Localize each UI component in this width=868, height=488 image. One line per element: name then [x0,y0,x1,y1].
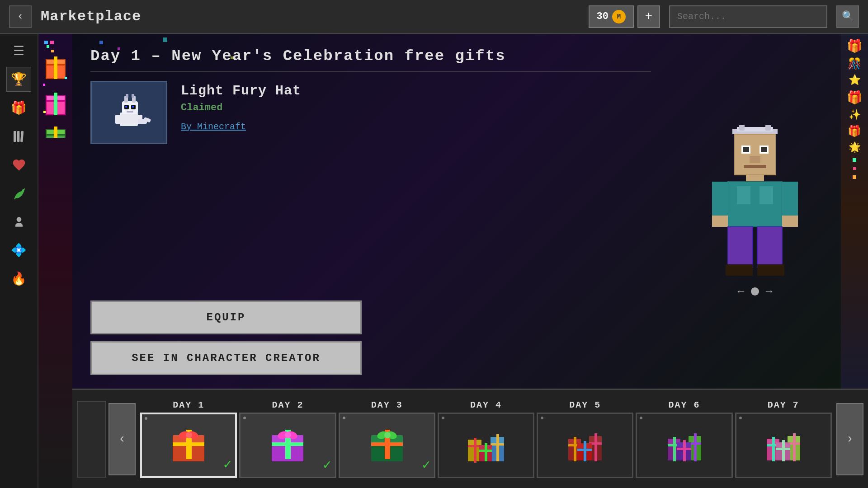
content-area: Day 1 – New Year's Celebration free gift… [72,34,868,488]
item-info: Light Fury Hat Claimed By Minecraft [181,81,301,132]
day-title: Day 1 – New Year's Celebration free gift… [90,47,651,72]
svg-point-69 [384,432,391,438]
right-gift-3: 🎁 [848,125,861,138]
day-3-check: ✓ [422,456,430,473]
right-sparkle: ✨ [849,109,861,121]
svg-rect-2 [20,131,23,141]
coin-icon: M [612,10,626,23]
add-currency-button[interactable]: + [637,5,660,28]
day-5-thumbnail[interactable] [537,413,633,478]
svg-rect-52 [173,442,204,446]
svg-rect-66 [371,442,403,446]
svg-rect-37 [737,186,750,204]
day-2-thumbnail[interactable]: ✓ [239,413,336,478]
day-1-check: ✓ [223,456,231,473]
right-decorative-strip: 🎁 🎊 ⭐ 🎁 ✨ 🎁 🌟 [841,34,868,389]
item-name: Light Fury Hat [181,83,301,99]
item-sprite [99,88,158,137]
day-4-label: DAY 4 [470,400,502,410]
right-confetti: 🎊 [848,57,861,70]
svg-rect-72 [474,438,476,463]
item-author[interactable]: By Minecraft [181,122,301,132]
character-preview: ← → [669,34,841,389]
char-next-arrow[interactable]: → [766,286,772,298]
day-prev-button[interactable]: ‹ [108,403,136,475]
svg-rect-38 [760,186,773,204]
svg-rect-21 [739,125,745,131]
char-prev-arrow[interactable]: ← [738,286,744,298]
svg-rect-104 [683,440,686,461]
sidebar-menu-icon[interactable]: ☰ [6,38,31,63]
sidebar-featured-icon[interactable]: 🏆 [6,67,31,92]
equip-button[interactable]: EQUIP [90,300,362,334]
item-row: Light Fury Hat Claimed By Minecraft [90,81,651,144]
day-7-thumbnail[interactable] [735,413,832,478]
right-star-2: 🌟 [849,141,861,154]
svg-rect-105 [677,448,691,450]
search-input[interactable] [669,5,827,28]
svg-rect-11 [132,106,134,108]
sidebar-library-icon[interactable] [6,124,31,149]
sidebar-blue-icon[interactable]: 💠 [6,238,31,263]
day-2-label: DAY 2 [272,400,303,410]
svg-rect-88 [594,433,597,461]
svg-rect-22 [765,125,771,131]
sidebar-creator-icon[interactable] [6,209,31,234]
svg-rect-28 [761,147,767,152]
svg-rect-0 [14,131,16,142]
day-3-thumbnail[interactable]: ✓ [339,413,435,478]
back-button[interactable]: ‹ [9,5,32,28]
right-gift-1: 🎁 [847,38,863,54]
day-2-check: ✓ [323,456,331,473]
day-card-5: DAY 5 [537,400,633,478]
svg-rect-48 [757,264,784,276]
search-button[interactable]: 🔍 [836,5,859,28]
item-detail: Day 1 – New Year's Celebration free gift… [72,34,669,389]
page-title: Marketplace [41,8,580,25]
deco-dot-1 [853,158,856,162]
svg-rect-84 [574,437,576,461]
sidebar-nature-icon[interactable] [6,181,31,206]
day-1-thumbnail[interactable]: ✓ [140,413,237,478]
day-7-dot [739,417,742,419]
svg-rect-30 [744,165,766,169]
svg-rect-34 [746,175,764,182]
day-4-dot [442,417,444,419]
day-6-thumbnail[interactable] [636,413,732,478]
day-card-7: DAY 7 [735,400,832,478]
svg-rect-14 [126,94,128,98]
svg-rect-117 [776,448,790,450]
currency-area: 30 M + [589,5,660,28]
character-creator-button[interactable]: SEE IN CHARACTER CREATOR [90,341,362,375]
svg-rect-96 [673,437,676,461]
svg-rect-93 [577,449,592,451]
day-card-4: DAY 4 [438,400,534,478]
sidebar-fire-icon[interactable]: 🔥 [6,266,31,291]
svg-rect-76 [496,434,499,461]
char-nav-dot [751,287,759,296]
svg-rect-43 [728,227,753,267]
day-1-dot [145,417,147,420]
svg-rect-4 [120,113,138,126]
svg-rect-47 [726,264,753,276]
svg-rect-81 [479,450,492,452]
sidebar-favorites-icon[interactable] [6,152,31,177]
day-next-button[interactable]: › [836,403,863,475]
day-4-thumbnail[interactable] [438,413,534,478]
day-7-label: DAY 7 [768,400,799,410]
sidebar-gifts-icon[interactable]: 🎁 [6,95,31,120]
character-sprite [701,125,809,279]
svg-rect-10 [125,106,127,108]
day-6-dot [640,417,642,419]
character-figure [701,125,809,279]
svg-rect-108 [772,437,775,461]
svg-rect-92 [584,441,586,461]
svg-rect-5 [115,115,122,124]
svg-rect-59 [272,442,303,446]
day-3-dot [343,417,345,419]
svg-rect-42 [782,216,798,227]
deco-dot-2 [853,167,856,170]
feature-strip [38,34,72,488]
currency-amount: 30 [597,11,609,22]
svg-rect-44 [757,227,782,267]
